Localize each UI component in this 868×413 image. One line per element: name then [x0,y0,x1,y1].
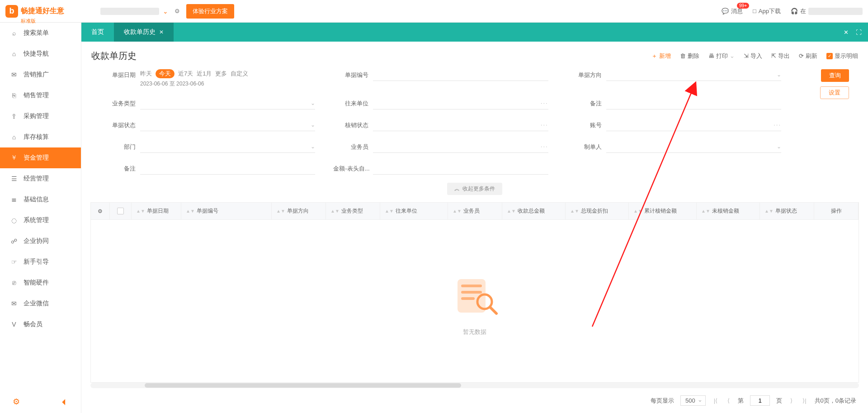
export-button[interactable]: ⇱导出 [771,52,790,60]
preset-today[interactable]: 今天 [156,69,175,78]
date-presets: 昨天 今天 近7天 近1月 更多 自定义 [140,69,248,78]
col-partner[interactable]: ▲▼往来单位 [380,203,448,219]
sidebar-item-purchase[interactable]: ⇪采购管理 [0,106,81,127]
app-download-link[interactable]: □ App下载 [753,7,781,15]
field-label: 往来单位 [333,98,368,108]
preset-yesterday[interactable]: 昨天 [140,70,152,78]
sidebar-item-label: 资金管理 [24,154,49,162]
brand-logo: b 畅捷通好生意 标准版 [5,5,87,18]
preset-custom[interactable]: 自定义 [231,70,248,78]
close-icon[interactable]: ✕ [159,29,164,35]
sidebar-item-wecom[interactable]: ✉企业微信 [0,293,81,314]
field-label: 业务类型 [100,98,136,108]
settings-button[interactable]: 设置 [820,86,849,99]
col-total[interactable]: ▲▼收款总金额 [502,203,566,219]
sidebar-item-collab[interactable]: ☍企业协同 [0,231,81,252]
tab-close-all-icon[interactable]: ✕ [844,29,849,36]
sidebar-item-marketing[interactable]: ✉营销推广 [0,64,81,85]
sidebar-item-label: 智能硬件 [24,279,49,287]
refresh-button[interactable]: ⟳刷新 [799,52,817,60]
sort-icon: ▲▼ [633,209,642,213]
sort-icon: ▲▼ [570,209,579,213]
sidebar-item-search[interactable]: ⌕搜索菜单 [0,23,81,43]
doc-no-input[interactable] [373,69,548,81]
col-unverified[interactable]: ▲▼未核销金额 [697,203,760,219]
operator-picker[interactable]: ··· [373,141,548,153]
amount-head-input[interactable] [373,163,548,175]
query-button[interactable]: 查询 [821,69,849,82]
col-direction[interactable]: ▲▼单据方向 [272,203,326,219]
select-all-checkbox[interactable] [110,203,132,219]
col-status[interactable]: ▲▼单据状态 [760,203,814,219]
show-detail-toggle[interactable]: ✓显示明细 [826,52,858,60]
chevron-down-icon: ⌄ [311,122,315,128]
tab-label: 收款单历史 [124,28,156,36]
phone-icon: □ [753,8,756,14]
next-page-button[interactable]: ⟩ [788,397,794,404]
column-config-button[interactable]: ⚙ [91,203,110,219]
last-page-button[interactable]: ⟩| [801,397,808,404]
remark2-input[interactable] [140,163,315,175]
col-discount[interactable]: ▲▼总现金折扣 [566,203,629,219]
sidebar-item-funds[interactable]: ￥资金管理 [0,147,81,168]
col-docno[interactable]: ▲▼单据编号 [181,203,272,219]
online-status[interactable]: 🎧 在 [791,7,863,15]
first-page-button[interactable]: |⟨ [712,397,719,404]
filter-doc-no: 单据编号 [333,69,548,81]
page-input[interactable] [750,395,770,406]
col-date[interactable]: ▲▼单据日期 [132,203,181,219]
gear-icon[interactable]: ⚙ [175,8,180,14]
sidebar-item-basicinfo[interactable]: ≣基础信息 [0,189,81,210]
trash-icon: 🗑 [680,52,686,59]
fullscreen-icon[interactable]: ⛶ [856,29,862,36]
try-industry-button[interactable]: 体验行业方案 [186,4,234,19]
preset-7d[interactable]: 近7天 [178,70,193,78]
sidebar-item-inventory[interactable]: ⌂库存核算 [0,127,81,147]
maker-select[interactable]: ⌄ [606,141,781,153]
col-verified[interactable]: ▲▼累计核销金额 [629,203,697,219]
preset-more[interactable]: 更多 [215,70,227,78]
main: 首页 收款单历史 ✕ ✕ ⛶ 收款单历史 ＋新增 🗑删除 🖶打印⌄ [81,23,868,413]
scrollbar-thumb[interactable] [145,383,461,388]
sidebar-item-operations[interactable]: ☰经营管理 [0,168,81,189]
sidebar-item-guide[interactable]: ☞新手引导 [0,252,81,272]
dept-select[interactable]: ⌄ [140,141,315,153]
sidebar-item-system[interactable]: ◌系统管理 [0,210,81,231]
doc-status-select[interactable]: ⌄ [140,119,315,131]
messages-link[interactable]: 💬 消息 99+ [722,7,743,15]
table-body-empty: 暂无数据 [91,220,859,382]
add-button[interactable]: ＋新增 [651,52,671,60]
account-picker[interactable]: ··· [606,119,781,131]
col-biztype[interactable]: ▲▼业务类型 [326,203,380,219]
verify-status-picker[interactable]: ··· [373,119,548,131]
partner-picker[interactable]: ··· [373,98,548,109]
tab-home[interactable]: 首页 [81,23,114,42]
remark-input[interactable] [606,98,781,109]
plus-icon: ＋ [651,52,657,60]
biz-type-select[interactable]: ⌄ [140,98,315,109]
chevron-down-icon: ⌄ [311,100,315,106]
gear-icon[interactable]: ⚙ [13,397,20,407]
delete-button[interactable]: 🗑删除 [680,52,699,60]
import-button[interactable]: ⇲导入 [744,52,762,60]
org-name-placeholder [100,8,159,15]
per-page-label: 每页显示 [651,397,674,405]
col-operator[interactable]: ▲▼业务员 [448,203,502,219]
per-page-select[interactable]: 500 [680,395,706,406]
prev-page-button[interactable]: ⟨ [726,397,731,404]
preset-1m[interactable]: 近1月 [197,70,212,78]
sidebar-item-sales[interactable]: ⎘销售管理 [0,85,81,106]
field-label: 金额-表头自... [333,163,368,173]
sidebar-item-quicknav[interactable]: ⌂快捷导航 [0,43,81,64]
direction-select[interactable]: ⌄ [606,69,781,81]
tab-receipt-history[interactable]: 收款单历史 ✕ [114,23,174,42]
collapse-sidebar-icon[interactable]: ⏴ [60,397,68,407]
print-button[interactable]: 🖶打印⌄ [708,52,735,60]
field-label: 备注 [100,163,136,173]
horizontal-scrollbar[interactable] [90,383,859,388]
sidebar-item-hardware[interactable]: ⎚智能硬件 [0,272,81,293]
sidebar-item-member[interactable]: V畅会员 [0,314,81,335]
field-label: 单据方向 [566,69,602,79]
collapse-filters-button[interactable]: ︽ 收起更多条件 [447,183,502,195]
org-selector[interactable]: ⌄ [100,8,168,15]
